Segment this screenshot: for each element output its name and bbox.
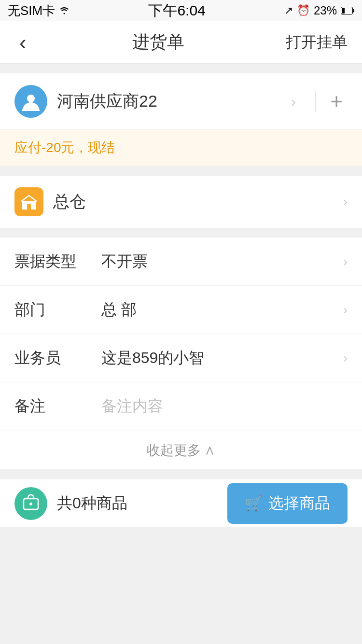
department-row[interactable]: 部门 总 部 › bbox=[0, 286, 362, 334]
gray-fill bbox=[0, 527, 362, 624]
select-product-button[interactable]: 🛒 选择商品 bbox=[227, 483, 348, 524]
warehouse-row[interactable]: 总仓 › bbox=[0, 176, 362, 228]
bottom-bar: 共0种商品 🛒 选择商品 bbox=[0, 479, 362, 527]
warehouse-name: 总仓 bbox=[53, 191, 343, 213]
select-product-icon: 🛒 bbox=[245, 495, 263, 512]
notice-bar: 应付-20元，现结 bbox=[0, 130, 362, 166]
product-icon-bg bbox=[14, 487, 47, 520]
select-product-label: 选择商品 bbox=[268, 493, 330, 514]
salesperson-label: 业务员 bbox=[14, 348, 92, 369]
svg-point-3 bbox=[27, 95, 35, 102]
divider bbox=[315, 91, 316, 112]
invoice-type-row[interactable]: 票据类型 不开票 › bbox=[0, 238, 362, 286]
user-icon bbox=[20, 91, 42, 112]
svg-rect-2 bbox=[342, 8, 345, 14]
collapse-label: 收起更多 ∧ bbox=[147, 441, 216, 460]
wifi-icon bbox=[59, 7, 70, 14]
notice-text: 应付-20元，现结 bbox=[14, 140, 115, 155]
supplier-name: 河南供应商22 bbox=[57, 90, 291, 112]
nav-bar: ‹ 进货单 打开挂单 bbox=[0, 21, 362, 64]
carrier-text: 无SIM卡 bbox=[8, 2, 55, 19]
remark-label: 备注 bbox=[14, 396, 92, 417]
department-chevron-icon: › bbox=[343, 302, 348, 318]
invoice-type-label: 票据类型 bbox=[14, 251, 92, 272]
supplier-section: 河南供应商22 › + 应付-20元，现结 bbox=[0, 73, 362, 166]
warehouse-section: 总仓 › bbox=[0, 176, 362, 228]
content: 河南供应商22 › + 应付-20元，现结 总仓 › bbox=[0, 64, 362, 624]
collapse-button[interactable]: 收起更多 ∧ bbox=[0, 431, 362, 469]
status-right: ↗ ⏰ 23% bbox=[284, 4, 354, 17]
svg-point-7 bbox=[29, 503, 32, 505]
form-section: 票据类型 不开票 › 部门 总 部 › 业务员 这是859的小智 › 备注 备注… bbox=[0, 238, 362, 469]
battery-text: 23% bbox=[314, 4, 337, 17]
section-gap-3 bbox=[0, 228, 362, 238]
status-time: 下午6:04 bbox=[148, 1, 205, 21]
invoice-type-value: 不开票 bbox=[92, 251, 343, 272]
salesperson-chevron-icon: › bbox=[343, 350, 348, 366]
department-value: 总 部 bbox=[92, 299, 343, 321]
department-label: 部门 bbox=[14, 299, 92, 321]
section-gap-2 bbox=[0, 166, 362, 176]
add-supplier-button[interactable]: + bbox=[325, 89, 348, 113]
product-count: 共0种商品 bbox=[57, 493, 227, 514]
warehouse-icon-bg bbox=[14, 187, 43, 216]
battery-icon bbox=[341, 7, 354, 14]
supplier-avatar bbox=[14, 85, 47, 118]
open-pending-button[interactable]: 打开挂单 bbox=[286, 32, 348, 53]
warehouse-chevron-icon: › bbox=[343, 194, 348, 210]
status-left: 无SIM卡 bbox=[8, 2, 70, 19]
warehouse-icon bbox=[20, 193, 38, 210]
product-icon bbox=[21, 494, 41, 513]
section-gap-1 bbox=[0, 64, 362, 73]
location-icon: ↗ bbox=[284, 4, 293, 17]
remark-row[interactable]: 备注 备注内容 bbox=[0, 382, 362, 431]
invoice-type-chevron-icon: › bbox=[343, 254, 348, 269]
supplier-row[interactable]: 河南供应商22 › + bbox=[0, 73, 362, 130]
status-bar: 无SIM卡 下午6:04 ↗ ⏰ 23% bbox=[0, 0, 362, 21]
supplier-chevron-icon: › bbox=[291, 93, 296, 111]
alarm-icon: ⏰ bbox=[297, 4, 310, 17]
salesperson-value: 这是859的小智 bbox=[92, 348, 343, 369]
svg-rect-5 bbox=[27, 204, 31, 210]
page-title: 进货单 bbox=[132, 30, 184, 54]
back-button[interactable]: ‹ bbox=[14, 26, 31, 59]
salesperson-row[interactable]: 业务员 这是859的小智 › bbox=[0, 334, 362, 382]
remark-value[interactable]: 备注内容 bbox=[92, 396, 348, 417]
svg-rect-1 bbox=[353, 9, 354, 13]
